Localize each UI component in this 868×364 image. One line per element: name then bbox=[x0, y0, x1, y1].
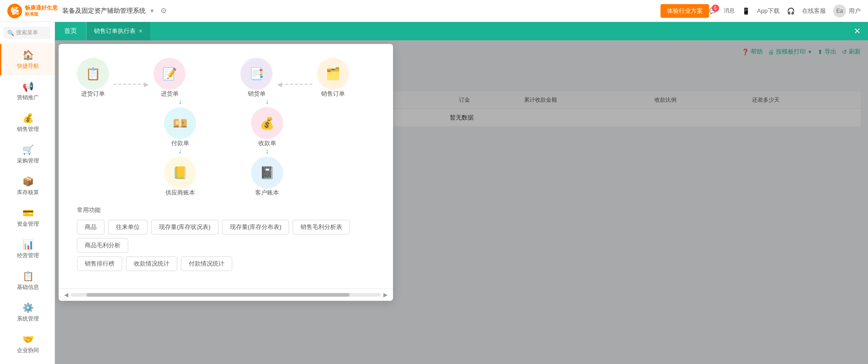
supplier-ledger-circle: 📒 bbox=[164, 157, 196, 189]
dropdown-arrow-icon[interactable]: ▼ bbox=[149, 8, 155, 14]
scrollbar-track[interactable] bbox=[71, 293, 381, 297]
user-name: 用户 bbox=[849, 7, 861, 15]
flow-node-purchase-order[interactable]: 📋 进货订单 bbox=[77, 58, 109, 98]
customer-ledger-icon: 📓 bbox=[260, 166, 274, 180]
tab-bar-close-icon[interactable]: ✕ bbox=[846, 26, 868, 36]
flow-node-payment[interactable]: 💴 付款单 bbox=[164, 107, 196, 147]
logo-area: 畅 畅康通好生意 标准版 bbox=[7, 4, 62, 18]
func-btn-product-profit[interactable]: 商品毛利分析 bbox=[77, 238, 128, 253]
flow-node-customer-ledger[interactable]: 📓 客户账本 bbox=[251, 157, 283, 197]
receipt-label: 收款单 bbox=[258, 139, 276, 147]
func-btn-sales-rank[interactable]: 销售排行榜 bbox=[77, 256, 122, 271]
arrow-so-to-si bbox=[280, 84, 312, 85]
purchase-receipt-circle: 📝 bbox=[153, 58, 186, 90]
scrollbar-thumb bbox=[87, 293, 350, 297]
sidebar-item-marketing-label: 营销推广 bbox=[17, 94, 39, 102]
logo-sub: 标准版 bbox=[25, 11, 58, 17]
arrow-down-receipt: ↓ bbox=[251, 147, 283, 155]
sidebar-item-purchase-label: 采购管理 bbox=[17, 157, 39, 165]
func-btn-stock-status[interactable]: 现存量(库存状况表) bbox=[151, 220, 218, 234]
message-icon-area[interactable]: 💬 5 bbox=[709, 7, 716, 14]
scroll-left-icon[interactable]: ◀ bbox=[64, 292, 68, 298]
inventory-icon: 📦 bbox=[22, 176, 34, 187]
sidebar-item-operation-label: 经营管理 bbox=[17, 252, 39, 260]
sidebar-item-guide[interactable]: 🎯 新手引导 bbox=[0, 360, 55, 364]
purchase-order-label: 进货订单 bbox=[81, 90, 105, 98]
sidebar-item-enterprise[interactable]: 🤝 企业协同 bbox=[0, 328, 55, 360]
flow-node-supplier-ledger[interactable]: 📒 供应商账本 bbox=[164, 157, 196, 197]
supplier-ledger-label: 供应商账本 bbox=[165, 189, 195, 197]
sidebar-item-purchase[interactable]: 🛒 采购管理 bbox=[0, 139, 55, 170]
sidebar-item-quick[interactable]: 🏠 快捷导航 bbox=[0, 44, 55, 76]
flow-node-purchase-receipt[interactable]: 📝 进货单 bbox=[153, 58, 186, 98]
func-btn-payment-stats[interactable]: 付款情况统计 bbox=[181, 256, 232, 271]
sales-invoice-icon: 📑 bbox=[249, 67, 264, 81]
online-service-label[interactable]: 在线客服 bbox=[802, 7, 826, 15]
marketing-icon: 📢 bbox=[22, 81, 34, 92]
flow-node-sales-order[interactable]: 🗂️ 销售订单 bbox=[317, 58, 349, 98]
tab-close-icon[interactable]: ✕ bbox=[138, 28, 143, 34]
search-menu-button[interactable]: 🔍 搜索菜单 bbox=[4, 27, 51, 39]
sidebar-item-marketing[interactable]: 📢 营销推广 bbox=[0, 76, 55, 107]
basic-icon: 📋 bbox=[22, 271, 34, 282]
func-btn-product[interactable]: 商品 bbox=[77, 220, 104, 234]
sidebar-item-finance-label: 资金管理 bbox=[17, 220, 39, 228]
spacer-d bbox=[77, 147, 123, 155]
sales-invoice-label: 销货单 bbox=[248, 90, 266, 98]
sidebar-search-area[interactable]: 🔍 搜索菜单 bbox=[0, 22, 55, 44]
user-area[interactable]: Ea 用户 bbox=[833, 5, 861, 17]
try-plan-button[interactable]: 体验行业方案 bbox=[661, 4, 709, 18]
spacer-e bbox=[123, 147, 164, 155]
purchase-order-circle: 📋 bbox=[77, 58, 109, 90]
system-title-area: 装备及固定资产辅助管理系统 ▼ ⚙ bbox=[62, 6, 661, 15]
avatar: Ea bbox=[833, 5, 846, 17]
content-area: ❓ 帮助 🖨 按模板打印 ▼ ⬆ 导出 ↺ 刷新 📅 单据状态 bbox=[55, 40, 868, 364]
popup-overlay[interactable]: 📋 进货订单 ▶ bbox=[55, 40, 868, 364]
logo-text: 畅康通好生意 bbox=[25, 5, 58, 11]
tab-sales-order-label: 销售订单执行表 bbox=[94, 27, 136, 35]
tab-sales-order[interactable]: 销售订单执行表 ✕ bbox=[87, 22, 150, 40]
sidebar-item-sales-label: 销售管理 bbox=[17, 125, 39, 133]
sidebar-item-inventory[interactable]: 📦 库存核算 bbox=[0, 170, 55, 202]
spacer-b bbox=[123, 98, 164, 105]
spacer-c bbox=[196, 98, 251, 105]
payment-icon: 💴 bbox=[173, 116, 187, 130]
scroll-right-icon[interactable]: ▶ bbox=[383, 292, 388, 298]
gear-icon[interactable]: ⚙ bbox=[160, 6, 167, 15]
popup-content: 📋 进货订单 ▶ bbox=[59, 44, 393, 288]
func-btn-receipt-stats[interactable]: 收款情况统计 bbox=[126, 256, 177, 271]
sidebar-item-system[interactable]: ⚙️ 系统管理 bbox=[0, 297, 55, 328]
top-nav-right: 💬 5 消息 📱 App下载 🎧 在线客服 Ea 用户 bbox=[709, 5, 861, 17]
sidebar-item-operation[interactable]: 📊 经营管理 bbox=[0, 234, 55, 265]
app-download-label[interactable]: App下载 bbox=[757, 7, 780, 15]
func-btn-partner[interactable]: 往来单位 bbox=[108, 220, 147, 234]
flow-node-sales-invoice[interactable]: 📑 销货单 bbox=[240, 58, 273, 98]
sidebar-item-basic[interactable]: 📋 基础信息 bbox=[0, 265, 55, 297]
logo-icon: 畅 bbox=[7, 4, 22, 18]
sidebar-item-sales[interactable]: 💰 销售管理 bbox=[0, 107, 55, 139]
func-btn-sales-profit[interactable]: 销售毛利分析表 bbox=[293, 220, 350, 234]
sales-order-icon: 🗂️ bbox=[326, 67, 340, 81]
sales-order-label: 销售订单 bbox=[321, 90, 345, 98]
payment-circle: 💴 bbox=[164, 107, 196, 139]
tab-home[interactable]: 首页 bbox=[55, 22, 87, 40]
purchase-receipt-icon: 📝 bbox=[162, 67, 177, 81]
common-functions-row2: 销售排行榜 收款情况统计 付款情况统计 bbox=[77, 256, 375, 271]
flow-node-receipt[interactable]: 💰 收款单 bbox=[251, 107, 283, 147]
receipt-circle: 💰 bbox=[251, 107, 283, 139]
avatar-text: Ea bbox=[836, 8, 843, 14]
message-label: 消息 bbox=[724, 7, 735, 15]
sidebar-item-basic-label: 基础信息 bbox=[17, 283, 39, 291]
purchase-receipt-label: 进货单 bbox=[161, 90, 179, 98]
purchase-order-icon: 📋 bbox=[86, 67, 100, 81]
message-badge: 5 bbox=[712, 5, 719, 12]
search-menu-label: 搜索菜单 bbox=[16, 29, 38, 37]
sidebar-item-finance[interactable]: 💳 资金管理 bbox=[0, 202, 55, 234]
customer-ledger-circle: 📓 bbox=[251, 157, 283, 189]
service-icon: 🎧 bbox=[787, 7, 795, 15]
operation-icon: 📊 bbox=[22, 239, 34, 250]
spacer-f bbox=[196, 147, 251, 155]
supplier-ledger-icon: 📒 bbox=[173, 166, 187, 180]
func-btn-stock-dist[interactable]: 现存量(库存分布表) bbox=[222, 220, 289, 234]
sidebar-item-enterprise-label: 企业协同 bbox=[17, 347, 39, 354]
